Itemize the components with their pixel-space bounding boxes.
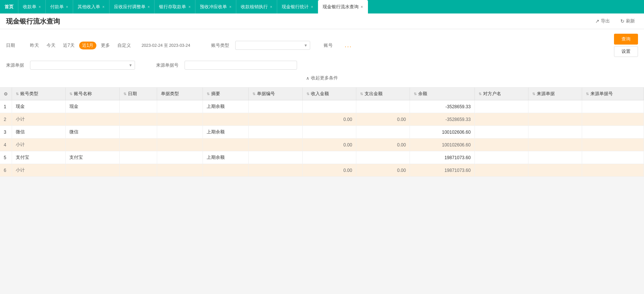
cell-summary: 上期余额 (203, 100, 249, 113)
cell-source-doc-no (582, 151, 644, 164)
nav-tab-cash-stats[interactable]: 现金银行统计 × (277, 0, 318, 13)
th-counterparty[interactable]: ⇅对方户名 (474, 88, 528, 100)
th-source-doc[interactable]: ⇅来源单据 (528, 88, 582, 100)
query-button[interactable]: 查询 (614, 34, 638, 45)
cell-doc-type (157, 139, 203, 151)
nav-tab-home-label: 首页 (5, 4, 14, 10)
th-doc-no[interactable]: ⇅单据编号 (249, 88, 302, 100)
nav-tab-receipt-close[interactable]: × (39, 5, 41, 9)
date-btn-yesterday[interactable]: 昨天 (27, 42, 42, 49)
source-doc-select[interactable]: ▾ (30, 61, 135, 70)
nav-tab-other-income[interactable]: 其他收入单 × (73, 0, 110, 13)
th-account-name[interactable]: ⇅账号名称 (66, 88, 119, 100)
account-dots-button[interactable]: ... (345, 42, 352, 49)
nav-tab-cash-flow-close[interactable]: × (361, 5, 363, 9)
th-income[interactable]: ⇅收入金额 (302, 88, 356, 100)
cell-doc-no (249, 126, 302, 139)
sort-icon-expense: ⇅ (360, 92, 363, 96)
source-doc-label: 来源单据 (6, 62, 24, 69)
cell-expense: 0.00 (356, 139, 410, 151)
date-btn-1month[interactable]: 近1月 (79, 42, 97, 49)
cell-summary (203, 139, 249, 151)
th-balance[interactable]: ⇅余额 (410, 88, 475, 100)
nav-tab-receipt[interactable]: 收款单 × (18, 0, 46, 13)
nav-tab-receipt-label: 收款单 (23, 4, 36, 10)
cell-income (302, 100, 356, 113)
sort-icon-date: ⇅ (123, 92, 126, 96)
cell-counterparty (474, 113, 528, 126)
export-button[interactable]: ↗ 导出 (592, 16, 613, 26)
nav-tab-other-income-close[interactable]: × (102, 5, 105, 9)
sort-icon-account-type: ⇅ (16, 92, 19, 96)
cell-counterparty (474, 126, 528, 139)
cell-date (119, 126, 157, 139)
cell-summary (203, 164, 249, 177)
refresh-button[interactable]: ↻ 刷新 (617, 16, 638, 26)
date-btn-custom[interactable]: 自定义 (114, 42, 134, 49)
table-row: 2小计0.000.00-3528659.33 (0, 113, 644, 126)
nav-tab-ar-ap-adjust-close[interactable]: × (148, 5, 150, 9)
cell-balance: 100102606.60 (410, 139, 475, 151)
cell-no: 2 (0, 113, 12, 126)
cell-no: 5 (0, 151, 12, 164)
cell-balance: 19871073.60 (410, 164, 475, 177)
cell-counterparty (474, 100, 528, 113)
th-summary[interactable]: ⇅摘要 (203, 88, 249, 100)
sort-icon-counterparty: ⇅ (479, 92, 482, 96)
nav-tab-prepay-close[interactable]: × (229, 5, 231, 9)
nav-tab-payment-close[interactable]: × (66, 5, 68, 9)
nav-tab-bank-deposit-close[interactable]: × (188, 5, 191, 9)
table-row: 3微信微信上期余额100102606.60 (0, 126, 644, 139)
cell-source-doc-no (582, 164, 644, 177)
nav-tab-bank-deposit[interactable]: 银行存取款单 × (155, 0, 195, 13)
cell-expense: 0.00 (356, 164, 410, 177)
th-source-doc-no[interactable]: ⇅来源单据号 (582, 88, 644, 100)
th-date[interactable]: ⇅日期 (119, 88, 157, 100)
cell-doc-type (157, 113, 203, 126)
sort-icon-summary: ⇅ (207, 92, 210, 96)
cell-income (302, 151, 356, 164)
nav-tab-other-income-label: 其他收入单 (78, 4, 100, 10)
cell-source-doc (528, 126, 582, 139)
collapse-label: 收起更多条件 (311, 75, 338, 81)
cell-source-doc (528, 139, 582, 151)
date-btn-today[interactable]: 今天 (44, 42, 59, 49)
sort-icon-source-doc-no: ⇅ (586, 92, 589, 96)
nav-tab-writeoff-close[interactable]: × (270, 5, 272, 9)
nav-tab-home[interactable]: 首页 (0, 0, 18, 13)
cell-account-name: 支付宝 (66, 151, 119, 164)
sort-icon-income: ⇅ (306, 92, 309, 96)
date-btn-more[interactable]: 更多 (98, 42, 113, 49)
filter-area: 日期 昨天 今天 近7天 近1月 更多 自定义 2023-02-24 至 202… (0, 29, 644, 88)
nav-tab-payment[interactable]: 付款单 × (46, 0, 73, 13)
cell-balance: -3528659.33 (410, 113, 475, 126)
nav-tab-cash-stats-close[interactable]: × (311, 5, 313, 9)
nav-tab-writeoff[interactable]: 收款核销执行 × (236, 0, 277, 13)
collapse-bar[interactable]: ∧ 收起更多条件 (6, 73, 638, 83)
th-settings: ⚙ (0, 88, 12, 100)
nav-tab-cash-flow[interactable]: 现金银行流水查询 × (318, 0, 368, 13)
cell-account-type: 微信 (12, 126, 66, 139)
source-doc-no-label: 来源单据号 (156, 62, 179, 69)
cell-account-type: 小计 (12, 139, 66, 151)
cell-source-doc (528, 100, 582, 113)
cell-account-name (66, 113, 119, 126)
th-account-type[interactable]: ⇅账号类型 (12, 88, 66, 100)
account-type-select[interactable]: ▾ (235, 41, 310, 50)
cell-source-doc-no (582, 139, 644, 151)
cell-source-doc-no (582, 126, 644, 139)
th-doc-type[interactable]: 单据类型 (157, 88, 203, 100)
nav-tab-ar-ap-adjust[interactable]: 应收应付调整单 × (110, 0, 155, 13)
source-doc-no-input[interactable] (185, 61, 297, 70)
th-expense[interactable]: ⇅支出金额 (356, 88, 410, 100)
cell-counterparty (474, 139, 528, 151)
sort-icon-balance: ⇅ (414, 92, 417, 96)
nav-tab-cash-flow-label: 现金银行流水查询 (323, 4, 359, 10)
export-icon: ↗ (595, 18, 599, 24)
column-settings-icon[interactable]: ⚙ (4, 91, 8, 97)
nav-tab-prepay[interactable]: 预收冲应收单 × (195, 0, 236, 13)
cell-balance: 19871073.60 (410, 151, 475, 164)
settings-button[interactable]: 设置 (614, 46, 638, 57)
date-btn-7days[interactable]: 近7天 (60, 42, 78, 49)
filter-row-date: 日期 昨天 今天 近7天 近1月 更多 自定义 2023-02-24 至 202… (6, 34, 638, 57)
